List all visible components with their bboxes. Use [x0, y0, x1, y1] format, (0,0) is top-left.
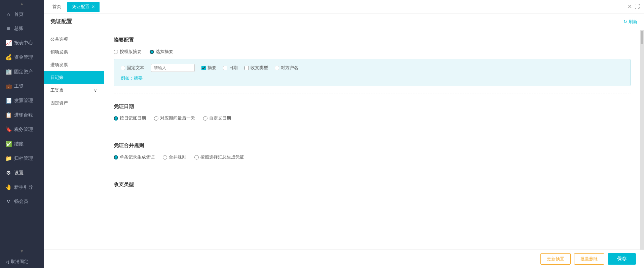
left-nav-fixed-assets[interactable]: 固定资产 — [44, 97, 104, 109]
batch-delete-button[interactable]: 批量删除 — [574, 253, 604, 265]
tab-home[interactable]: 首页 — [48, 2, 66, 12]
sidebar-item-archive[interactable]: 📁 归档管理 — [0, 151, 44, 166]
bottom-bar: 更新预置 批量删除 保存 — [44, 250, 644, 268]
content-area: 凭证配置 ↻ 刷新 公共选项 销项发票 进项发票 日记账 — [44, 13, 644, 268]
last-day-radio[interactable] — [154, 116, 158, 121]
home-icon: ⌂ — [5, 11, 11, 17]
merge-rule-radio[interactable] — [163, 155, 167, 160]
single-record-radio[interactable] — [114, 155, 118, 160]
merge-rules-section-title: 凭证合并规则 — [114, 142, 631, 149]
income-type-section-title: 收支类型 — [114, 181, 631, 188]
last-day-option[interactable]: 对应期间最后一天 — [154, 115, 195, 121]
archive-icon: 📁 — [5, 155, 11, 162]
sidebar-item-assets[interactable]: 🏢 固定资产 — [0, 64, 44, 79]
scrollbar-thumb[interactable] — [641, 31, 643, 44]
outer-scrollbar[interactable] — [640, 30, 644, 250]
summary-options-box: 固定文本 摘要 日期 — [114, 59, 631, 86]
expand-window-button[interactable]: ⛶ — [635, 3, 640, 10]
custom-date-option[interactable]: 自定义日期 — [203, 115, 231, 121]
summary-section-title: 摘要配置 — [114, 37, 631, 43]
sidebar-bottom: ◁ 取消固定 — [0, 255, 44, 268]
save-button[interactable]: 保存 — [608, 253, 636, 265]
counterpart-check[interactable]: 对方户名 — [275, 65, 298, 71]
summary-check[interactable]: 摘要 — [201, 65, 216, 71]
close-window-button[interactable]: ✕ — [628, 3, 632, 10]
sidebar-item-guide[interactable]: 🤚 新手引导 — [0, 180, 44, 194]
sidebar-item-settings[interactable]: ⚙ 设置 — [0, 166, 44, 180]
tabbar-actions: ✕ ⛶ — [628, 3, 640, 10]
by-journal-date-radio[interactable] — [114, 116, 118, 121]
summary-radio-group: 按模版摘要 选择摘要 — [114, 49, 631, 55]
sidebar-item-closing[interactable]: ✅ 结账 — [0, 137, 44, 151]
counterpart-checkbox[interactable] — [275, 66, 279, 70]
sidebar-item-member[interactable]: V 畅会员 — [0, 194, 44, 209]
sidebar-item-ledger[interactable]: ≡ 总账 — [0, 21, 44, 36]
tab-voucher-config[interactable]: 凭证配置 ✕ — [67, 2, 100, 12]
closing-icon: ✅ — [5, 141, 11, 147]
select-summary-option[interactable]: 选择摘要 — [150, 49, 173, 55]
select-merge-radio[interactable] — [194, 155, 199, 160]
page-title: 凭证配置 — [50, 18, 72, 25]
update-preview-button[interactable]: 更新预置 — [540, 253, 571, 265]
purchase-sales-icon: 📋 — [5, 112, 11, 118]
select-merge-option[interactable]: 按照选择汇总生成凭证 — [194, 154, 244, 160]
income-type-check[interactable]: 收支类型 — [244, 65, 268, 71]
sidebar: ▲ ⌂ 首页 ≡ 总账 📈 报表中心 💰 资金管理 🏢 固定资产 💼 工资 🧾 … — [0, 0, 44, 268]
chevron-down-icon: ∨ — [94, 88, 97, 93]
right-content: 摘要配置 按模版摘要 选择摘要 — [104, 30, 640, 250]
reports-icon: 📈 — [5, 40, 11, 46]
template-summary-radio[interactable] — [114, 50, 118, 54]
left-nav-purchase-invoice[interactable]: 进项发票 — [44, 58, 104, 71]
example-text: 例如：摘要 — [121, 75, 623, 81]
section-income-type: 收支类型 — [114, 181, 631, 200]
sidebar-pin-button[interactable]: ◁ 取消固定 — [0, 255, 44, 268]
section-merge-rules: 凭证合并规则 单条记录生成凭证 合并规则 按照选择汇总生成凭证 — [114, 142, 631, 171]
section-summary: 摘要配置 按模版摘要 选择摘要 — [114, 37, 631, 93]
merge-rules-radio-group: 单条记录生成凭证 合并规则 按照选择汇总生成凭证 — [114, 154, 631, 160]
custom-date-radio[interactable] — [203, 116, 207, 121]
left-nav-payroll-table[interactable]: 工资表 ∨ — [44, 84, 104, 97]
date-check[interactable]: 日期 — [223, 65, 238, 71]
fixed-text-check[interactable]: 固定文本 — [121, 65, 144, 71]
fixed-text-checkbox[interactable] — [121, 66, 125, 70]
refresh-button[interactable]: ↻ 刷新 — [623, 19, 637, 25]
by-journal-date-option[interactable]: 按日记账日期 — [114, 115, 146, 121]
sidebar-item-reports[interactable]: 📈 报表中心 — [0, 36, 44, 50]
sidebar-nav: ⌂ 首页 ≡ 总账 📈 报表中心 💰 资金管理 🏢 固定资产 💼 工资 🧾 发票… — [0, 7, 44, 248]
sidebar-item-home[interactable]: ⌂ 首页 — [0, 7, 44, 21]
sidebar-item-tax[interactable]: 🔖 税务管理 — [0, 122, 44, 137]
settings-icon: ⚙ — [5, 170, 11, 176]
sidebar-scroll-up[interactable]: ▲ — [0, 0, 44, 7]
sidebar-item-funds[interactable]: 💰 资金管理 — [0, 50, 44, 64]
sidebar-scroll-down[interactable]: ▼ — [0, 248, 44, 255]
tab-close-icon[interactable]: ✕ — [91, 4, 95, 9]
funds-icon: 💰 — [5, 54, 11, 60]
single-record-option[interactable]: 单条记录生成凭证 — [114, 154, 155, 160]
select-summary-radio[interactable] — [150, 50, 154, 54]
refresh-icon: ↻ — [623, 19, 627, 24]
tabbar: 首页 凭证配置 ✕ ✕ ⛶ — [44, 0, 644, 13]
main-area: 首页 凭证配置 ✕ ✕ ⛶ 凭证配置 ↻ 刷新 公共选项 — [44, 0, 644, 268]
sidebar-item-invoice-mgmt[interactable]: 🧾 发票管理 — [0, 93, 44, 108]
payroll-icon: 💼 — [5, 83, 11, 89]
fixed-text-input[interactable] — [151, 64, 195, 72]
summary-checkbox[interactable] — [201, 66, 206, 70]
page-header: 凭证配置 ↻ 刷新 — [44, 13, 644, 30]
sidebar-item-purchase-sales[interactable]: 📋 进销台账 — [0, 108, 44, 122]
member-icon: V — [5, 199, 11, 204]
left-nav-sales-invoice[interactable]: 销项发票 — [44, 46, 104, 58]
guide-icon: 🤚 — [5, 184, 11, 190]
left-nav-public[interactable]: 公共选项 — [44, 33, 104, 46]
income-type-checkbox[interactable] — [244, 66, 249, 70]
date-checkbox[interactable] — [223, 66, 227, 70]
left-nav-journal[interactable]: 日记账 — [44, 71, 104, 84]
voucher-date-radio-group: 按日记账日期 对应期间最后一天 自定义日期 — [114, 115, 631, 121]
template-summary-option[interactable]: 按模版摘要 — [114, 49, 142, 55]
body-area: 公共选项 销项发票 进项发票 日记账 工资表 ∨ 固定资产 — [44, 30, 644, 250]
merge-rule-option[interactable]: 合并规则 — [163, 154, 186, 160]
left-nav: 公共选项 销项发票 进项发票 日记账 工资表 ∨ 固定资产 — [44, 30, 104, 250]
assets-icon: 🏢 — [5, 69, 11, 75]
sidebar-item-payroll[interactable]: 💼 工资 — [0, 79, 44, 93]
summary-checkboxes-row: 固定文本 摘要 日期 — [121, 64, 623, 72]
ledger-icon: ≡ — [5, 26, 11, 32]
